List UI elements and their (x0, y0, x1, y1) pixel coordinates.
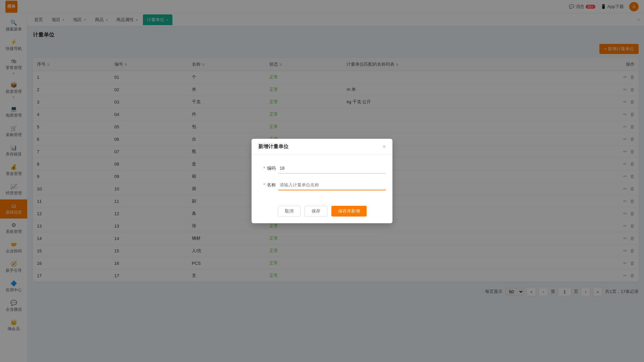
modal-add-unit: 新增计量单位 × * 编码 * 名称 取消 保存 保存并新增 (252, 139, 392, 223)
name-input[interactable] (278, 180, 386, 190)
save-button[interactable]: 保存 (305, 206, 327, 217)
required-star-name: * (263, 182, 265, 187)
modal-body: * 编码 * 名称 (252, 155, 392, 202)
modal-title: 新增计量单位 (258, 143, 288, 150)
form-row-name: * 名称 (258, 180, 386, 190)
modal-close-btn[interactable]: × (383, 144, 386, 150)
code-input[interactable] (278, 163, 386, 174)
form-label-name: * 名称 (258, 182, 278, 188)
modal-overlay[interactable]: 新增计量单位 × * 编码 * 名称 取消 保存 保存并新增 (0, 0, 644, 362)
modal-footer: 取消 保存 保存并新增 (252, 202, 392, 223)
cancel-button[interactable]: 取消 (278, 206, 301, 217)
save-new-button[interactable]: 保存并新增 (331, 206, 367, 217)
form-label-code: * 编码 (258, 165, 278, 171)
form-row-code: * 编码 (258, 163, 386, 174)
modal-header: 新增计量单位 × (252, 139, 392, 155)
required-star-code: * (263, 166, 265, 171)
